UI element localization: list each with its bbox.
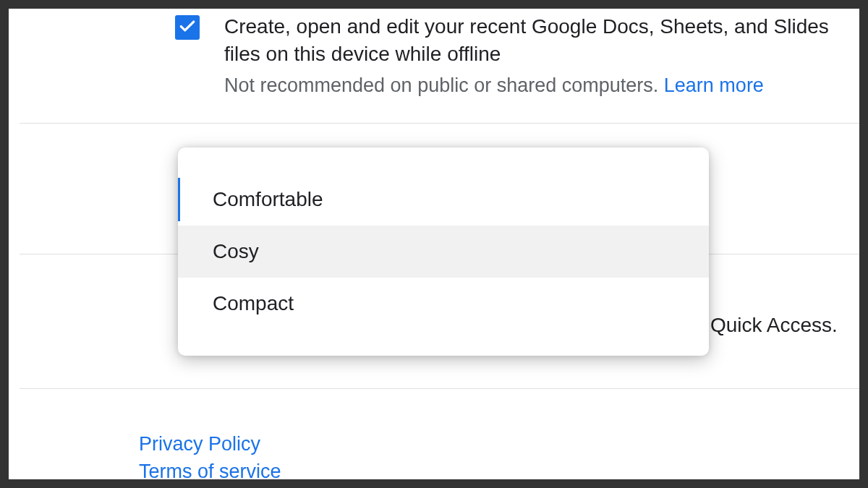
- checkmark-icon: [178, 17, 197, 38]
- privacy-policy-link[interactable]: Privacy Policy: [139, 431, 281, 458]
- footer-links: Privacy Policy Terms of service: [139, 431, 281, 479]
- learn-more-link[interactable]: Learn more: [664, 74, 764, 96]
- offline-label: Create, open and edit your recent Google…: [224, 13, 859, 68]
- offline-subtext: Not recommended on public or shared comp…: [224, 72, 859, 98]
- offline-sub-label: Not recommended on public or shared comp…: [224, 74, 664, 96]
- offline-text-block: Create, open and edit your recent Google…: [224, 13, 859, 98]
- divider: [20, 388, 859, 389]
- offline-setting-row: Create, open and edit your recent Google…: [9, 13, 859, 127]
- density-option-comfortable[interactable]: Comfortable: [178, 174, 709, 226]
- density-option-compact[interactable]: Compact: [178, 278, 709, 330]
- offline-checkbox[interactable]: [175, 15, 200, 40]
- quick-access-text-fragment: Quick Access.: [710, 314, 838, 337]
- density-menu: Comfortable Cosy Compact: [178, 147, 709, 356]
- density-option-cosy[interactable]: Cosy: [178, 226, 709, 278]
- terms-of-service-link[interactable]: Terms of service: [139, 458, 281, 479]
- settings-panel: Create, open and edit your recent Google…: [9, 9, 859, 479]
